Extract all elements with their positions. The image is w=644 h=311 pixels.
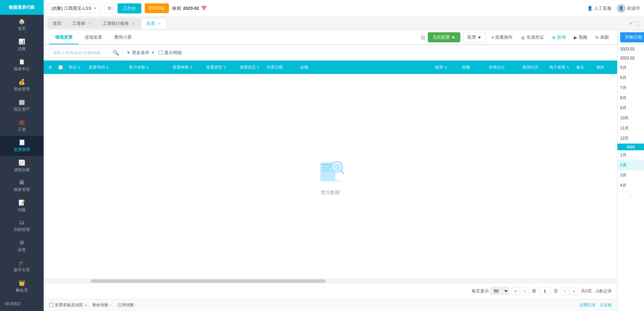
close-panel-button[interactable]: × xyxy=(630,21,633,27)
unpin-button[interactable]: «取消固定 xyxy=(3,299,41,308)
th-customer[interactable]: 客户名称 ⇅ xyxy=(127,65,171,70)
period-item-2022-09[interactable]: 9月 xyxy=(617,103,644,113)
period-item-2023-01[interactable]: 1月 xyxy=(617,150,644,160)
first-page-button[interactable]: « xyxy=(512,287,520,295)
sidebar-item-finance[interactable]: 💰 资金管理 xyxy=(0,75,44,95)
page-size-select[interactable]: 10 20 50 100 xyxy=(490,287,509,295)
get-invoice-button[interactable]: 取票 ▼ xyxy=(463,32,486,43)
th-invoice-type[interactable]: 发票种类 ⇅ xyxy=(171,65,204,70)
calendar-icon[interactable]: 📅 xyxy=(201,6,206,11)
company-selector[interactable]: (勿删) 江西股宝-LSS ▼ xyxy=(48,4,101,13)
grid-view-icon[interactable]: ⊞ xyxy=(421,34,425,41)
th-checkbox[interactable] xyxy=(56,65,66,70)
tax-icon: 🏛 xyxy=(19,180,25,186)
sidebar-item-guide[interactable]: 🎓 新手引导 xyxy=(0,256,44,276)
new-invoice-button[interactable]: ⊕ 新增 xyxy=(549,32,568,42)
switch-old-button[interactable]: 切到旧版 xyxy=(145,3,169,13)
th-voucher[interactable]: 凭证 ⇅ xyxy=(66,65,87,70)
prev-page-button[interactable]: ‹ xyxy=(521,287,529,295)
subtab-purchase-invoice[interactable]: 进项发票 xyxy=(79,31,108,44)
period-item-2023-02-a[interactable]: 2023.02 xyxy=(617,45,644,54)
th-remark[interactable]: 备注 xyxy=(574,65,594,70)
th-invoice-status[interactable]: 发票状态 ⇅ xyxy=(238,65,265,70)
close-payroll-stats-tab[interactable]: × xyxy=(131,21,136,26)
period-item-2022-10[interactable]: 10月 xyxy=(617,113,644,123)
close-invoice-tab[interactable]: × xyxy=(157,21,162,26)
period-item-2022-07[interactable]: 7月 xyxy=(617,83,644,93)
invoice-verify-checkbox[interactable] xyxy=(49,303,53,307)
period-item-2022-05[interactable]: 5月 xyxy=(617,63,644,73)
sidebar-item-invoice[interactable]: 🧾 发票管理 xyxy=(0,136,44,156)
sidebar-item-assets[interactable]: 🏢 固定资产 xyxy=(0,95,44,116)
sidebar-item-home[interactable]: 🏠 首页 xyxy=(0,15,44,35)
select-all-checkbox[interactable] xyxy=(58,65,63,70)
period-panel-collapse[interactable]: › xyxy=(617,191,644,202)
show-detail-check[interactable] xyxy=(158,50,163,55)
sidebar-item-tax[interactable]: 🏛 税务管理 xyxy=(0,176,44,196)
refresh-button[interactable]: ↻ 刷新 xyxy=(593,32,612,42)
th-tax-sum[interactable]: 价税合计 xyxy=(487,65,520,70)
balance-link[interactable]: 左右账 xyxy=(600,302,612,308)
period-item-2023-02[interactable]: 2月 xyxy=(617,160,644,170)
sidebar-item-sales[interactable]: 📈 进销台账 xyxy=(0,156,44,176)
horizontal-scroll-thumb[interactable] xyxy=(91,279,326,283)
period-item-2022-08[interactable]: 8月 xyxy=(617,93,644,103)
sidebar-item-close[interactable]: 📝 结账 xyxy=(0,196,44,216)
next-page-button[interactable]: › xyxy=(561,287,569,295)
copy-button[interactable]: ⧉ xyxy=(105,4,114,13)
period-item-2023-02-b[interactable]: 2023.02 xyxy=(617,54,644,63)
tab-home[interactable]: 首页 xyxy=(48,18,66,29)
invoice-management-area: 销项发票 进项发票 费用小票 ⊞ 无此取票 ▼ 取票 ▼ xyxy=(44,30,617,311)
close-payroll-tab[interactable]: × xyxy=(87,21,92,26)
tab-payroll-stats[interactable]: 工资统计报表 × xyxy=(98,18,141,29)
sidebar-item-ledger[interactable]: 📊 总账 xyxy=(0,35,44,55)
tab-payroll[interactable]: 工资表 × xyxy=(67,18,97,29)
sidebar-item-payroll[interactable]: 💼 工资 xyxy=(0,116,44,136)
period-item-2023-03[interactable]: 3月 xyxy=(617,170,644,181)
th-settings[interactable]: ⚙ xyxy=(46,65,56,70)
search-input[interactable] xyxy=(53,50,110,55)
payroll-stats-tab-label: 工资统计报表 xyxy=(103,21,129,27)
video-button[interactable]: ▶ 视频 xyxy=(571,32,590,42)
th-invoice-type2[interactable]: 发票类型 ⇅ xyxy=(204,65,238,70)
maximize-panel-button[interactable]: ⛶ xyxy=(635,21,640,26)
th-operation[interactable]: 操作 xyxy=(594,65,614,70)
show-detail-checkbox[interactable]: 显示明细 xyxy=(158,50,182,56)
support-button[interactable]: 👤 人工客服 xyxy=(587,5,611,11)
user-avatar[interactable]: 👤 徐溢华 xyxy=(617,4,640,13)
assets-icon: 🏢 xyxy=(18,99,25,105)
payroll-tab-label: 工资表 xyxy=(72,21,85,27)
th-open-date[interactable]: 开票日期 xyxy=(265,65,298,70)
period-item-2022-12[interactable]: 12月 xyxy=(617,133,644,144)
subtab-sales-invoice[interactable]: 销项发票 xyxy=(49,31,79,44)
th-tax-code[interactable]: 税局代开 xyxy=(520,65,547,70)
generate-voucher-button[interactable]: 🖨 生成凭证 xyxy=(518,32,547,42)
horizontal-scrollbar[interactable] xyxy=(44,279,617,283)
sidebar-item-member[interactable]: 👑 畅会员 xyxy=(0,276,44,297)
sidebar-item-reports[interactable]: 📋 报表中心 xyxy=(0,55,44,75)
period-item-2023-04[interactable]: 4月 xyxy=(617,181,644,191)
batch-ops-button[interactable]: ≡ 批量操作 xyxy=(489,32,515,42)
last-page-button[interactable]: » xyxy=(570,287,578,295)
more-conditions-button[interactable]: ▼ 更多条件 ▼ xyxy=(126,50,155,56)
search-box[interactable]: 🔍 xyxy=(49,48,123,57)
workbench-button[interactable]: 工作台 xyxy=(118,3,141,13)
filter-icon: ▼ xyxy=(126,50,131,55)
fee-record-link[interactable]: 扣费记录 xyxy=(580,302,596,308)
th-invoice-no[interactable]: 发票号码 ⇅ xyxy=(87,65,127,70)
page-size-selector[interactable]: 每页显示 10 20 50 100 xyxy=(471,287,509,295)
period-item-2022-06[interactable]: 6月 xyxy=(617,73,644,83)
tab-invoice[interactable]: 发票 × xyxy=(141,18,167,29)
no-invoice-button[interactable]: 无此取票 ▼ xyxy=(428,32,460,42)
th-tax[interactable]: 税额 xyxy=(460,65,487,70)
subtab-expense-receipt[interactable]: 费用小票 xyxy=(108,31,138,44)
sidebar-item-settings[interactable]: ⚙ 设置 xyxy=(0,236,44,256)
sidebar-item-archive[interactable]: 🗂 归档管理 xyxy=(0,216,44,236)
open-period-button[interactable]: 开账日期 xyxy=(620,32,644,42)
company-dropdown-arrow: ▼ xyxy=(93,6,97,10)
th-tax-rate[interactable]: 税率 ⇅ xyxy=(433,65,460,70)
th-amount[interactable]: 金额 xyxy=(298,65,433,70)
th-e-invoice[interactable]: 电子发票 ⇅ xyxy=(547,65,574,70)
page-input[interactable] xyxy=(539,287,551,295)
period-item-2022-11[interactable]: 11月 xyxy=(617,123,644,133)
